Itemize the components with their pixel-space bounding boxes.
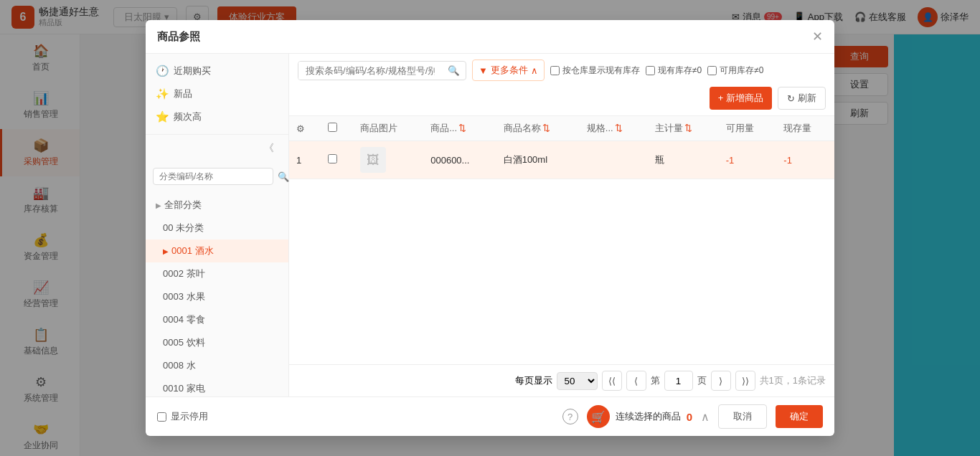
frequent-label: 频次高 (174, 110, 202, 123)
th-code: 商品...⇅ (423, 116, 496, 141)
quick-links-section: 🕐 近期购买 ✨ 新品 ⭐ 频次高 (146, 54, 288, 135)
available-stock-checkbox-label[interactable]: 可用库存≠0 (707, 65, 763, 77)
cell-no: 1 (289, 141, 321, 179)
modal-overlay: 商品参照 ✕ 🕐 近期购买 ✨ 新品 ⭐ 频次高 (0, 0, 980, 456)
cat-item-fruit[interactable]: 0003 水果 (146, 285, 288, 308)
refresh-label: 刷新 (798, 92, 816, 105)
cat-item-wine[interactable]: ▶ 0001 酒水 (146, 239, 288, 262)
collapse-footer-button[interactable]: ∧ (701, 410, 710, 424)
frequent-icon: ⭐ (156, 110, 169, 123)
cell-name: 白酒100ml (496, 141, 580, 179)
frequent-link[interactable]: ⭐ 频次高 (146, 105, 288, 128)
per-page-select[interactable]: 50 100 (557, 372, 598, 390)
th-image: 商品图片 (353, 116, 423, 141)
warehouse-stock-checkbox[interactable] (550, 66, 560, 75)
cancel-button[interactable]: 取消 (718, 404, 767, 429)
toolbar-right-buttons: + 新增商品 ↻ 刷新 (710, 87, 826, 110)
current-stock-checkbox-label[interactable]: 现有库存≠0 (646, 65, 702, 77)
product-search-input[interactable] (298, 62, 442, 80)
th-stock: 现存量 (776, 116, 834, 141)
category-search-input[interactable] (153, 168, 273, 185)
next-page-button[interactable]: ⟩ (711, 371, 731, 391)
available-stock-label: 可用库存≠0 (720, 65, 763, 77)
cat-water-label: 0008 水 (163, 359, 196, 372)
help-button[interactable]: ? (562, 409, 578, 424)
product-table-area: ⚙ 商品图片 商品...⇅ 商品名称⇅ 规格...⇅ 主计量⇅ 可用量 现存量 (289, 116, 834, 364)
category-list: ▶ 全部分类 00 未分类 ▶ 0001 酒水 0002 茶叶 0003 水果 (146, 191, 288, 396)
th-spec: 规格...⇅ (580, 116, 648, 141)
new-icon: ✨ (156, 87, 169, 100)
table-header-row: ⚙ 商品图片 商品...⇅ 商品名称⇅ 规格...⇅ 主计量⇅ 可用量 现存量 (289, 116, 834, 141)
cat-item-water[interactable]: 0008 水 (146, 354, 288, 377)
cell-check (321, 141, 353, 179)
recent-purchase-link[interactable]: 🕐 近期购买 (146, 60, 288, 82)
collapse-panel-button[interactable]: 《 (260, 138, 283, 159)
category-search-row: 🔍 (146, 162, 288, 191)
page-label: 第 (651, 374, 660, 387)
cat-uncategorized-label: 00 未分类 (163, 222, 204, 234)
th-name: 商品名称⇅ (496, 116, 580, 141)
confirm-button[interactable]: 确定 (776, 405, 823, 428)
product-toolbar: 🔍 ▼ 更多条件 ∧ 按仓库显示现有库存 现有库存≠0 (289, 54, 834, 116)
product-search-button[interactable]: 🔍 (442, 62, 466, 80)
cat-item-uncategorized[interactable]: 00 未分类 (146, 217, 288, 239)
cell-image: 🖼 (353, 141, 423, 179)
show-disabled-checkbox[interactable] (157, 412, 166, 422)
modal-close-button[interactable]: ✕ (812, 29, 823, 44)
stock-value: -1 (783, 155, 792, 166)
table-row[interactable]: 1 🖼 000600... 白酒100ml 瓶 -1 -1 (289, 141, 834, 179)
cart-count: 0 (687, 411, 692, 423)
refresh-table-button[interactable]: ↻ 刷新 (778, 87, 826, 110)
cat-beverage-label: 0005 饮料 (163, 336, 205, 349)
cat-item-snack[interactable]: 0004 零食 (146, 308, 288, 331)
cat-all-label: 全部分类 (164, 199, 202, 212)
modal-body: 🕐 近期购买 ✨ 新品 ⭐ 频次高 《 (146, 54, 834, 396)
select-all-checkbox[interactable] (328, 123, 337, 132)
warehouse-stock-label: 按仓库显示现有库存 (562, 65, 640, 77)
last-page-button[interactable]: ⟩⟩ (735, 371, 755, 391)
cart-icon: 🛒 (587, 405, 610, 428)
filter-label: 更多条件 (491, 64, 528, 77)
cat-snack-label: 0004 零食 (163, 313, 205, 326)
expand-wine-icon: ▶ (163, 247, 169, 255)
cat-item-all[interactable]: ▶ 全部分类 (146, 194, 288, 217)
collapse-row: 《 (146, 135, 288, 162)
current-stock-label: 现有库存≠0 (658, 65, 702, 77)
category-search-icon[interactable]: 🔍 (278, 171, 289, 182)
first-page-button[interactable]: ⟨⟨ (602, 371, 622, 391)
th-unit: 主计量⇅ (648, 116, 718, 141)
product-table: ⚙ 商品图片 商品...⇅ 商品名称⇅ 规格...⇅ 主计量⇅ 可用量 现存量 (289, 116, 834, 179)
product-reference-modal: 商品参照 ✕ 🕐 近期购买 ✨ 新品 ⭐ 频次高 (146, 20, 834, 436)
row-checkbox[interactable] (328, 154, 337, 163)
modal-footer: 显示停用 ? 🛒 连续选择的商品 0 ∧ 取消 确定 (146, 396, 834, 436)
new-products-link[interactable]: ✨ 新品 (146, 82, 288, 105)
show-disabled-label[interactable]: 显示停用 (157, 410, 208, 423)
more-filter-button[interactable]: ▼ 更多条件 ∧ (472, 60, 545, 81)
available-stock-checkbox[interactable] (707, 66, 717, 75)
current-stock-checkbox[interactable] (646, 66, 655, 75)
cat-item-beverage[interactable]: 0005 饮料 (146, 331, 288, 354)
cell-unit: 瓶 (648, 141, 718, 179)
th-settings: ⚙ (289, 116, 321, 141)
warehouse-stock-checkbox-label[interactable]: 按仓库显示现有库存 (550, 65, 640, 77)
cell-stock: -1 (776, 141, 834, 179)
recent-icon: 🕐 (156, 65, 169, 77)
th-available: 可用量 (719, 116, 777, 141)
add-product-button[interactable]: + 新增商品 (710, 87, 772, 110)
filter-arrow: ∧ (531, 65, 538, 76)
product-thumbnail: 🖼 (360, 147, 386, 173)
cell-spec (580, 141, 648, 179)
category-panel: 🕐 近期购买 ✨ 新品 ⭐ 频次高 《 (146, 54, 289, 396)
cell-available: -1 (719, 141, 777, 179)
per-page-selector: 每页显示 50 100 (515, 372, 598, 390)
cat-fruit-label: 0003 水果 (163, 290, 205, 303)
col-settings-icon[interactable]: ⚙ (296, 123, 305, 134)
prev-page-button[interactable]: ⟨ (626, 371, 646, 391)
page-total-info: 共1页，1条记录 (760, 374, 826, 387)
cat-item-appliance[interactable]: 0010 家电 (146, 377, 288, 396)
page-number-input[interactable] (664, 371, 693, 391)
cat-tea-label: 0002 茶叶 (163, 267, 205, 280)
pagination-bar: 每页显示 50 100 ⟨⟨ ⟨ 第 页 ⟩ ⟩⟩ 共1页，1条记录 (289, 364, 834, 396)
cat-item-tea[interactable]: 0002 茶叶 (146, 262, 288, 285)
show-disabled-text: 显示停用 (171, 410, 208, 423)
